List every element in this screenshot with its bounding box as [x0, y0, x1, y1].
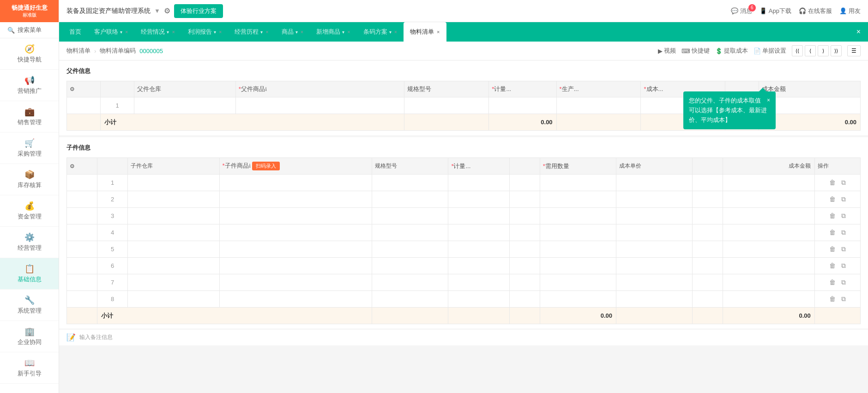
child-row-warehouse[interactable] [128, 258, 219, 274]
child-row-qty[interactable] [540, 274, 616, 291]
copy-row-btn[interactable]: ⧉ [839, 194, 848, 204]
child-row-unitcost[interactable] [616, 175, 693, 191]
child-row-spec[interactable] [372, 191, 448, 208]
tab-profit-close[interactable]: × [219, 29, 222, 35]
delete-row-btn[interactable]: 🗑 [827, 294, 838, 303]
child-row-product[interactable] [219, 258, 372, 274]
child-row-qty[interactable] [540, 258, 616, 274]
tab-new-product[interactable]: 新增商品 ▾ × [310, 22, 356, 42]
copy-row-btn[interactable]: ⧉ [839, 278, 848, 287]
child-row-warehouse[interactable] [128, 191, 219, 208]
child-row-qty[interactable] [540, 191, 616, 208]
copy-row-btn[interactable]: ⧉ [839, 261, 848, 271]
tab-profit[interactable]: 利润报告 ▾ × [181, 22, 228, 42]
sidebar-item-quick-nav[interactable]: 🧭 快捷导航 [0, 38, 59, 70]
child-row-unitcost[interactable] [616, 208, 693, 224]
search-menu[interactable]: 🔍 搜索菜单 [0, 22, 59, 38]
child-row-unit[interactable] [448, 274, 509, 291]
child-row-spec[interactable] [372, 291, 448, 308]
child-row-product[interactable] [219, 224, 372, 241]
online-support-btn[interactable]: 🎧 在线客服 [799, 7, 832, 15]
tab-new-product-close[interactable]: × [347, 29, 350, 35]
copy-row-btn[interactable]: ⧉ [839, 211, 848, 221]
tab-products-close[interactable]: × [301, 29, 303, 35]
parent-row-spec[interactable] [404, 97, 489, 114]
sidebar-item-sales[interactable]: 💼 销售管理 [0, 101, 59, 133]
child-row-qty[interactable] [540, 291, 616, 308]
tooltip-close-btn[interactable]: × [767, 96, 770, 105]
child-row-qty[interactable] [540, 241, 616, 258]
sidebar-item-marketing[interactable]: 📢 营销推广 [0, 70, 59, 101]
message-btn[interactable]: 💬 消息 6 [731, 7, 752, 15]
copy-row-btn[interactable]: ⧉ [839, 178, 848, 187]
child-row-unit[interactable] [448, 291, 509, 308]
sidebar-item-inventory[interactable]: 📦 库存核算 [0, 164, 59, 195]
tab-bom-close[interactable]: × [437, 29, 440, 35]
tab-customer[interactable]: 客户联络 ▾ × [88, 22, 134, 42]
child-row-unit[interactable] [448, 241, 509, 258]
view-action[interactable]: ▶ 视频 [658, 47, 676, 55]
prev-first-btn[interactable]: ⟨⟨ [792, 45, 803, 56]
parent-row-product[interactable] [235, 97, 404, 114]
tab-barcode-close[interactable]: × [394, 29, 397, 35]
tab-ops-status-close[interactable]: × [172, 29, 175, 35]
sidebar-item-operations[interactable]: ⚙️ 经营管理 [0, 227, 59, 258]
next-btn[interactable]: ⟩ [818, 45, 829, 56]
sidebar-item-finance[interactable]: 💰 资金管理 [0, 195, 59, 227]
settings-icon[interactable]: ⚙ [164, 6, 170, 15]
delete-row-btn[interactable]: 🗑 [827, 261, 838, 270]
child-row-spec[interactable] [372, 274, 448, 291]
th-parent-settings[interactable]: ⚙ [67, 81, 101, 97]
child-row-qty[interactable] [540, 175, 616, 191]
th-child-settings[interactable]: ⚙ [67, 158, 97, 175]
child-row-unit[interactable] [448, 175, 509, 191]
sidebar-item-purchase[interactable]: 🛒 采购管理 [0, 133, 59, 164]
child-row-qty[interactable] [540, 208, 616, 224]
child-row-warehouse[interactable] [128, 175, 219, 191]
child-row-product[interactable] [219, 291, 372, 308]
child-row-product[interactable] [219, 175, 372, 191]
parent-row-warehouse[interactable] [134, 97, 235, 114]
child-row-unitcost[interactable] [616, 258, 693, 274]
child-row-unitcost[interactable] [616, 191, 693, 208]
tab-ops-history-close[interactable]: × [265, 29, 268, 35]
tab-ops-status[interactable]: 经营情况 ▾ × [134, 22, 181, 42]
child-row-product[interactable] [219, 241, 372, 258]
parent-row-unit[interactable] [489, 97, 556, 114]
child-row-spec[interactable] [372, 258, 448, 274]
sidebar-item-system[interactable]: 🔧 系统管理 [0, 290, 59, 321]
delete-row-btn[interactable]: 🗑 [827, 211, 838, 220]
next-last-btn[interactable]: ⟩⟩ [831, 45, 842, 56]
child-row-qty[interactable] [540, 224, 616, 241]
tab-products[interactable]: 商品 ▾ × [275, 22, 310, 42]
child-row-unit[interactable] [448, 258, 509, 274]
tab-barcode[interactable]: 条码方案 ▾ × [357, 22, 404, 42]
child-row-spec[interactable] [372, 208, 448, 224]
user-btn[interactable]: 👤 用友 [839, 7, 861, 15]
child-row-unit[interactable] [448, 191, 509, 208]
delete-row-btn[interactable]: 🗑 [827, 194, 838, 204]
child-row-product[interactable] [219, 191, 372, 208]
app-download-btn[interactable]: 📱 App下载 [760, 7, 791, 15]
child-row-spec[interactable] [372, 175, 448, 191]
child-row-spec[interactable] [372, 224, 448, 241]
child-row-unit[interactable] [448, 208, 509, 224]
child-row-product[interactable] [219, 208, 372, 224]
shortcut-action[interactable]: ⌨ 快捷键 [681, 47, 710, 55]
child-row-unit[interactable] [448, 224, 509, 241]
parent-row-proddate[interactable] [556, 97, 641, 114]
system-title-arrow[interactable]: ▼ [154, 7, 160, 14]
copy-row-btn[interactable]: ⧉ [839, 244, 848, 254]
delete-row-btn[interactable]: 🗑 [827, 244, 838, 254]
child-row-unitcost[interactable] [616, 241, 693, 258]
copy-row-btn[interactable]: ⧉ [839, 294, 848, 304]
tab-ops-history[interactable]: 经营历程 ▾ × [228, 22, 275, 42]
child-row-spec[interactable] [372, 241, 448, 258]
child-row-unitcost[interactable] [616, 274, 693, 291]
sidebar-item-enterprise[interactable]: 🏢 企业协同 [0, 321, 59, 352]
delete-row-btn[interactable]: 🗑 [827, 178, 838, 187]
get-cost-action[interactable]: 💲 提取成本 [715, 47, 748, 55]
child-row-product[interactable] [219, 274, 372, 291]
tab-customer-close[interactable]: × [125, 29, 128, 35]
tab-bom[interactable]: 物料清单 × [404, 22, 446, 42]
